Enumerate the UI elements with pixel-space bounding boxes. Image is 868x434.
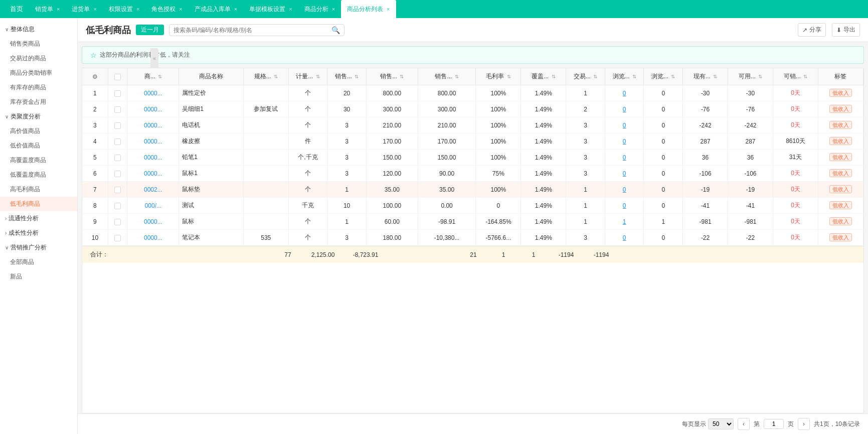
sidebar-item-low-value[interactable]: 低价值商品 — [0, 138, 77, 153]
col-header-coverage[interactable]: 覆盖... ⇅ — [521, 68, 566, 85]
sidebar-group-liquidity[interactable]: › 流通性分析 — [0, 211, 77, 226]
row-current-9: -981 — [683, 214, 728, 230]
nav-purchase[interactable]: 进货单 × — [66, 0, 102, 18]
nav-product-in-close[interactable]: × — [234, 0, 237, 18]
row-tag-8: 低收入 — [818, 198, 863, 214]
row-checkbox-3[interactable] — [114, 122, 121, 129]
row-check-9 — [108, 214, 127, 230]
col-header-code[interactable]: 商... ⇅ — [127, 68, 179, 85]
nav-sales[interactable]: 销货单 × — [29, 0, 66, 18]
row-profit-rate-8: 0 — [476, 198, 521, 214]
date-tag[interactable]: 近一月 — [136, 25, 164, 35]
prev-page-button[interactable]: ‹ — [738, 418, 750, 430]
sidebar-item-high-value[interactable]: 高价值商品 — [0, 124, 77, 138]
row-checkbox-10[interactable] — [114, 235, 121, 241]
nav-product-in[interactable]: 产成品入库单 × — [189, 0, 243, 18]
row-unit-2: 个 — [288, 101, 327, 117]
row-checkbox-7[interactable] — [114, 187, 121, 193]
row-saleable-4: 8610天 — [773, 133, 818, 150]
sidebar-item-in-stock-goods[interactable]: 有库存的商品 — [0, 80, 77, 95]
col-header-trades[interactable]: 交易... ⇅ — [566, 68, 605, 85]
col-header-sales-amount[interactable]: 销售... ⇅ — [366, 68, 418, 85]
sidebar-item-all-products[interactable]: 全部商品 — [0, 255, 77, 269]
row-name-9: 鼠标 — [179, 214, 244, 230]
nav-product-analysis-list[interactable]: 商品分析列表 × — [341, 0, 396, 18]
nav-product-analysis-list-close[interactable]: × — [387, 0, 390, 18]
sidebar-item-low-coverage[interactable]: 低覆盖度商品 — [0, 168, 77, 182]
row-available-7: -19 — [728, 182, 773, 198]
row-check-2 — [108, 101, 127, 117]
row-available-10: -22 — [728, 230, 773, 246]
nav-template[interactable]: 单据模板设置 × — [243, 0, 298, 18]
table-body: 1 0000... 属性定价 个 20 800.00 800.00 100% 1… — [82, 85, 863, 246]
row-sales-amount-1: 800.00 — [366, 85, 418, 101]
row-no-6: 6 — [82, 166, 108, 182]
row-checkbox-9[interactable] — [114, 219, 121, 225]
sidebar-item-new-products[interactable]: 新品 — [0, 269, 77, 284]
row-tag-5: 低收入 — [818, 150, 863, 166]
col-header-profit-rate[interactable]: 毛利率 ⇅ — [476, 68, 521, 85]
row-checkbox-4[interactable] — [114, 138, 121, 145]
settings-icon[interactable]: ⚙ — [85, 73, 105, 80]
per-page-select: 每页显示 50 100 200 — [682, 418, 734, 429]
row-checkbox-2[interactable] — [114, 106, 121, 113]
nav-permissions[interactable]: 权限设置 × — [103, 0, 145, 18]
pagination-total-info: 共1页，10条记录 — [814, 420, 860, 428]
sidebar-group-growth[interactable]: › 成长性分析 — [0, 226, 77, 240]
row-browse1-8: 0 — [605, 198, 644, 214]
nav-role-auth[interactable]: 角色授权 × — [145, 0, 188, 18]
sidebar-item-high-coverage[interactable]: 高覆盖度商品 — [0, 153, 77, 168]
sort-trades-icon: ⇅ — [593, 74, 597, 79]
row-checkbox-5[interactable] — [114, 155, 121, 161]
col-header-current[interactable]: 现有... ⇅ — [683, 68, 728, 85]
share-button[interactable]: ↗ 分享 — [798, 23, 826, 37]
content-area: 低毛利商品 近一月 🔍 ↗ 分享 ⬇ 导出 ☆ 这部分商品的利润非常低，请关注 — [78, 18, 868, 434]
search-input[interactable] — [173, 27, 331, 34]
nav-product-analysis-close[interactable]: × — [332, 0, 335, 18]
row-browse2-6: 0 — [644, 166, 683, 182]
nav-template-close[interactable]: × — [289, 0, 292, 18]
row-no-2: 2 — [82, 101, 108, 117]
col-header-sales-profit[interactable]: 销售... ⇅ — [418, 68, 476, 85]
nav-sales-close[interactable]: × — [57, 0, 60, 18]
per-page-dropdown[interactable]: 50 100 200 — [708, 418, 734, 429]
sidebar-item-sales-goods[interactable]: 销售类商品 — [0, 37, 77, 51]
sidebar-item-traded-goods[interactable]: 交易过的商品 — [0, 51, 77, 66]
nav-product-analysis[interactable]: 商品分析 × — [298, 0, 341, 18]
row-profit-rate-2: 100% — [476, 101, 521, 117]
row-coverage-8: 1.49% — [521, 198, 566, 214]
sidebar-group-marketing[interactable]: ∨ 营销推广分析 — [0, 240, 77, 255]
row-checkbox-1[interactable] — [114, 90, 121, 97]
col-header-available[interactable]: 可用... ⇅ — [728, 68, 773, 85]
next-page-button[interactable]: › — [798, 418, 810, 430]
nav-permissions-close[interactable]: × — [136, 0, 139, 18]
sidebar-item-low-profit[interactable]: 低毛利商品 — [0, 197, 77, 211]
table-footer: 合计： 77 2,125.00 -8,723.91 21 1 1 -1194 — [82, 246, 863, 263]
row-browse1-2: 0 — [605, 101, 644, 117]
col-header-saleable[interactable]: 可销... ⇅ — [773, 68, 818, 85]
export-button[interactable]: ⬇ 导出 — [832, 23, 860, 37]
col-header-browse1[interactable]: 浏览... ⇅ — [605, 68, 644, 85]
row-sales-profit-2: 300.00 — [418, 101, 476, 117]
search-icon[interactable]: 🔍 — [331, 26, 340, 34]
sidebar-group-overall[interactable]: ∨ 整体信息 — [0, 22, 77, 37]
row-checkbox-6[interactable] — [114, 171, 121, 177]
col-header-spec[interactable]: 规格... ⇅ — [243, 68, 288, 85]
row-available-6: -106 — [728, 166, 773, 182]
select-all-checkbox[interactable] — [114, 74, 121, 80]
sidebar-collapse-button[interactable]: « — [150, 48, 158, 68]
sidebar-group-cluster[interactable]: ∨ 类聚度分析 — [0, 109, 77, 124]
sidebar-item-high-profit[interactable]: 高毛利商品 — [0, 182, 77, 197]
col-header-sales-qty[interactable]: 销售... ⇅ — [327, 68, 367, 85]
nav-role-auth-close[interactable]: × — [179, 0, 182, 18]
sort-code-icon: ⇅ — [158, 74, 162, 79]
col-header-browse2[interactable]: 浏览... ⇅ — [644, 68, 683, 85]
page-input[interactable] — [764, 419, 784, 429]
sidebar-item-category-rate[interactable]: 商品分类助销率 — [0, 66, 77, 80]
nav-purchase-close[interactable]: × — [93, 0, 96, 18]
col-header-check — [108, 68, 127, 85]
sidebar-item-inventory-capital[interactable]: 库存资金占用 — [0, 95, 77, 109]
nav-home[interactable]: 首页 — [4, 0, 29, 18]
row-checkbox-8[interactable] — [114, 203, 121, 209]
col-header-unit[interactable]: 计量... ⇅ — [288, 68, 327, 85]
